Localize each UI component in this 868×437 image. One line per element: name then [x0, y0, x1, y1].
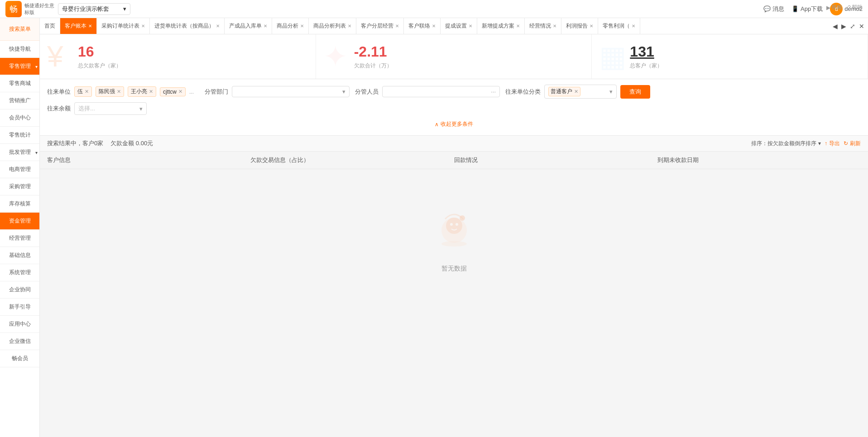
query-btn[interactable]: 查询 [620, 85, 650, 99]
content-area: 首页 客户账本 ✕ 采购订单统计表 ✕ 进货单统计表（按商品） ✕ 产成品入库单… [40, 18, 868, 437]
company-selector[interactable]: 母婴行业演示帐套 ▾ [58, 3, 130, 15]
col-header-customer: 客户信息 [47, 156, 250, 164]
tab-retail-profit[interactable]: 零售利润（ ✕ [598, 18, 640, 34]
tab-close-icon[interactable]: ✕ [264, 24, 267, 28]
tab-next-icon[interactable]: ▶ [841, 23, 846, 30]
col-header-repayment: 回款情况 [454, 156, 657, 164]
filter-tag-chen: 陈民强 ✕ [96, 86, 124, 97]
tab-customer-contact[interactable]: 客户联络 ✕ [404, 18, 441, 34]
sidebar-item-newbie-guide[interactable]: 新手引导 [0, 299, 39, 316]
messages-btn[interactable]: 💬 消息 [763, 5, 784, 13]
tab-product-instock[interactable]: 产成品入库单 ✕ [225, 18, 272, 34]
debt-summary: 欠款金额 0.00元 [110, 139, 153, 147]
person-more-icon[interactable]: ··· [491, 88, 496, 95]
sidebar-item-purchase-mgmt[interactable]: 采购管理 [0, 178, 39, 195]
tab-expand-icon[interactable]: ⤢ [850, 23, 855, 30]
tab-close-icon[interactable]: ✕ [88, 24, 92, 28]
tab-close-all-icon[interactable]: ✕ [859, 23, 864, 30]
remainder-label: 往来余额 [47, 104, 71, 113]
tab-product-analysis[interactable]: 商品分析 ✕ [272, 18, 309, 34]
total-debt-num: -2.11 [354, 43, 392, 60]
total-customers-label: 总客户（家） [630, 62, 662, 70]
sidebar-item-marketing[interactable]: 营销推广 [0, 92, 39, 109]
sidebar-search-area: 搜索菜单 [0, 18, 39, 41]
summary-bar: ¥ 16 总欠款客户（家） ✦ -2.11 欠款合计（万） ▦ [40, 34, 868, 79]
empty-illustration [432, 205, 477, 259]
empty-icon-svg [432, 205, 477, 251]
tab-stock-stats-by-product[interactable]: 进货单统计表（按商品） ✕ [150, 18, 225, 34]
tab-close-icon[interactable]: ✕ [432, 24, 436, 28]
remove-tag-wang[interactable]: ✕ [149, 89, 153, 95]
sidebar-item-retail-mall[interactable]: 零售商城 [0, 75, 39, 92]
tab-product-analysis-list[interactable]: 商品分析列表 ✕ [309, 18, 356, 34]
refresh-icon: ↻ [844, 140, 848, 147]
sidebar-item-ecommerce[interactable]: 电商管理 [0, 161, 39, 178]
tab-close-icon[interactable]: ✕ [216, 24, 220, 28]
tab-home[interactable]: 首页 [40, 18, 60, 34]
filter-more-tags[interactable]: ... [189, 89, 194, 95]
sidebar-item-retail-mgmt[interactable]: 零售管理 [0, 58, 39, 75]
sidebar-item-operations[interactable]: 经营管理 [0, 230, 39, 247]
tab-close-icon[interactable]: ✕ [590, 24, 593, 28]
dept-select-chevron: ▾ [342, 88, 345, 95]
download-icon: 📱 [791, 5, 799, 12]
unit-class-select-chevron: ▾ [609, 88, 613, 95]
tab-close-icon[interactable]: ✕ [300, 24, 304, 28]
sidebar-item-finance[interactable]: 资金管理 [0, 213, 39, 230]
remove-tag-cjttcw[interactable]: ✕ [178, 89, 182, 95]
sidebar-item-basic-info[interactable]: 基础信息 [0, 247, 39, 264]
sidebar-item-inventory[interactable]: 库存核算 [0, 195, 39, 213]
dept-select[interactable]: ▾ [232, 86, 350, 97]
main-layout: 搜索菜单 快捷导航 零售管理 零售商城 营销推广 会员中心 零售统计 批发管理 … [0, 18, 868, 437]
col-header-debt: 欠款交易信息（占比） [250, 156, 454, 164]
sidebar-item-wholesale-mgmt[interactable]: 批发管理 [0, 144, 39, 161]
dept-label: 分管部门 [205, 88, 228, 96]
sort-select[interactable]: 排序：按欠款金额倒序排序 ▾ [751, 140, 821, 147]
tab-close-icon[interactable]: ✕ [553, 24, 556, 28]
tab-profit-report[interactable]: 利润报告 ✕ [561, 18, 598, 34]
remove-unit-class-tag[interactable]: ✕ [574, 89, 578, 95]
tab-close-icon[interactable]: ✕ [469, 24, 472, 28]
tab-operations[interactable]: 经营情况 ✕ [525, 18, 561, 34]
filter-tag-wang: 王小亮 ✕ [128, 86, 156, 97]
tab-customer-stratified[interactable]: 客户分层经营 ✕ [356, 18, 404, 34]
tab-commission-settings[interactable]: 提成设置 ✕ [441, 18, 477, 34]
quick-nav-btn[interactable]: 快捷导航 [0, 41, 39, 58]
remainder-chevron: ▾ [139, 105, 143, 112]
summary-card-overdue-customers: ¥ 16 总欠款客户（家） [40, 34, 316, 79]
summary-card-total-debt: ✦ -2.11 欠款合计（万） [316, 34, 592, 79]
refresh-btn[interactable]: ↻ 刷新 [844, 140, 861, 147]
tab-prev-icon[interactable]: ◀ [833, 23, 838, 30]
sidebar-item-member-center[interactable]: 会员中心 [0, 109, 39, 127]
app-download-btn[interactable]: 📱 App下载 [791, 5, 823, 13]
tab-close-icon[interactable]: ✕ [348, 24, 351, 28]
tab-add-commission-plan[interactable]: 新增提成方案 ✕ [477, 18, 525, 34]
tab-close-icon[interactable]: ✕ [395, 24, 399, 28]
chevron-up-icon: ∧ [435, 121, 439, 128]
sort-chevron-icon: ▾ [818, 140, 821, 147]
sidebar-item-vip[interactable]: 畅会员 [0, 350, 39, 367]
summary-bg-icon-3: ▦ [599, 40, 626, 73]
overdue-customers-label: 总欠款客户（家） [78, 62, 121, 70]
sidebar-item-app-center[interactable]: 应用中心 [0, 316, 39, 333]
col-header-date: 到期未收款日期 [657, 156, 861, 164]
tab-close-icon[interactable]: ✕ [632, 24, 635, 28]
remove-tag-wu[interactable]: ✕ [85, 89, 89, 95]
tab-close-icon[interactable]: ✕ [141, 24, 145, 28]
results-right: 排序：按欠款金额倒序排序 ▾ ↑ 导出 ↻ 刷新 [751, 140, 861, 147]
svg-point-5 [460, 215, 465, 221]
remove-tag-chen[interactable]: ✕ [117, 89, 121, 95]
search-menu-btn[interactable]: 搜索菜单 [4, 23, 36, 36]
collapse-btn[interactable]: ∧ 收起更多条件 [429, 119, 479, 130]
remainder-select[interactable]: 选择... ▾ [74, 102, 147, 115]
sidebar-item-retail-stats[interactable]: 零售统计 [0, 127, 39, 144]
unit-class-select[interactable]: 普通客户 ✕ ▾ [544, 85, 617, 99]
sidebar-item-system-mgmt[interactable]: 系统管理 [0, 264, 39, 281]
tab-purchase-order-stats[interactable]: 采购订单统计表 ✕ [97, 18, 150, 34]
tab-close-icon[interactable]: ✕ [516, 24, 520, 28]
person-select[interactable]: ··· [382, 86, 500, 97]
sidebar-item-enterprise-wechat[interactable]: 企业微信 [0, 333, 39, 350]
sidebar-item-enterprise-collab[interactable]: 企业协同 [0, 281, 39, 299]
tab-customer-ledger[interactable]: 客户账本 ✕ [60, 18, 97, 34]
export-btn[interactable]: ↑ 导出 [825, 140, 840, 147]
